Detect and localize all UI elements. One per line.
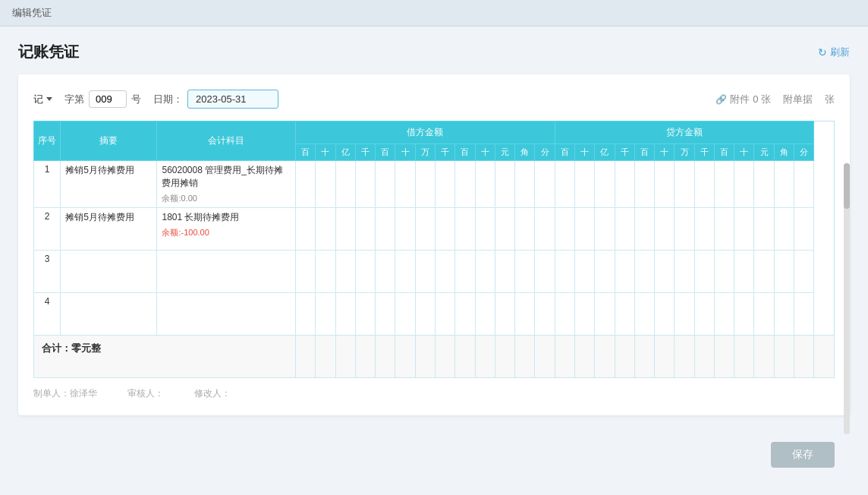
row2-account[interactable]: 1801 长期待摊费用 余额:-100.00	[157, 208, 296, 251]
row2-debit-7[interactable]	[415, 208, 435, 251]
credit-wan: 万	[675, 144, 694, 161]
row1-debit-13[interactable]	[535, 161, 555, 208]
row1-debit-3[interactable]	[335, 161, 355, 208]
row1-credit-10[interactable]	[734, 161, 754, 208]
row1-credit-5[interactable]	[634, 161, 654, 208]
voucher-type-button[interactable]: 记	[33, 93, 52, 106]
row2-credit-13[interactable]	[794, 208, 814, 251]
row2-balance: 余额:-100.00	[162, 227, 291, 238]
row4-account[interactable]	[157, 293, 296, 336]
header-account: 会计科目	[157, 121, 296, 161]
window-title: 编辑凭证	[12, 7, 52, 18]
debit-bai-wan: 百	[376, 144, 395, 161]
row2-debit-10[interactable]	[475, 208, 495, 251]
row2-credit-9[interactable]	[714, 208, 734, 251]
row1-account-code: 56020008 管理费用_长期待摊费用摊销	[162, 164, 291, 190]
row1-credit-7[interactable]	[675, 161, 694, 208]
row1-credit-13[interactable]	[794, 161, 814, 208]
date-label: 日期：	[153, 93, 183, 106]
row4-seq: 4	[34, 293, 61, 336]
zhang-label: 张	[825, 93, 835, 106]
header-credit: 贷方金额	[555, 121, 814, 144]
row2-debit-9[interactable]	[455, 208, 475, 251]
table-row: 2 摊销5月待摊费用 1801 长期待摊费用 余额:-100.00	[34, 208, 835, 251]
debit-bai-yi: 百	[296, 144, 316, 161]
row2-debit-12[interactable]	[515, 208, 535, 251]
row1-credit-9[interactable]	[714, 161, 734, 208]
row1-credit-2[interactable]	[574, 161, 594, 208]
credit-qian: 千	[694, 144, 714, 161]
row3-account[interactable]	[157, 251, 296, 293]
credit-shi-wan: 十	[655, 144, 675, 161]
row1-credit-11[interactable]	[754, 161, 774, 208]
attachment-link[interactable]: 🔗 附件 0 张	[715, 93, 771, 106]
save-button[interactable]: 保存	[771, 442, 835, 468]
row1-debit-7[interactable]	[415, 161, 435, 208]
debit-qian: 千	[435, 144, 454, 161]
row1-debit-2[interactable]	[316, 161, 335, 208]
row1-debit-9[interactable]	[455, 161, 475, 208]
scrollbar-thumb[interactable]	[844, 163, 850, 209]
row2-debit-3[interactable]	[335, 208, 355, 251]
row1-account[interactable]: 56020008 管理费用_长期待摊费用摊销 余额:0.00	[157, 161, 296, 208]
row1-debit-11[interactable]	[495, 161, 514, 208]
row2-debit-1[interactable]	[296, 208, 316, 251]
row1-debit-1[interactable]	[296, 161, 316, 208]
window: 编辑凭证 记账凭证 ↻ 刷新 记 字第 号	[0, 0, 868, 495]
row1-balance: 余额:0.00	[162, 193, 291, 204]
row2-credit-10[interactable]	[734, 208, 754, 251]
row2-debit-8[interactable]	[435, 208, 454, 251]
row1-debit-10[interactable]	[475, 161, 495, 208]
credit-jiao: 角	[774, 144, 794, 161]
credit-shi: 十	[734, 144, 754, 161]
row2-debit-4[interactable]	[355, 208, 375, 251]
row3-summary[interactable]	[61, 251, 157, 293]
row2-credit-6[interactable]	[655, 208, 675, 251]
debit-yuan: 元	[495, 144, 514, 161]
row1-debit-4[interactable]	[355, 161, 375, 208]
refresh-button[interactable]: ↻ 刷新	[818, 46, 850, 59]
row2-credit-7[interactable]	[675, 208, 694, 251]
voucher-type-group: 记	[33, 93, 52, 106]
row2-debit-6[interactable]	[395, 208, 415, 251]
date-input[interactable]	[187, 90, 278, 109]
row2-summary[interactable]: 摊销5月待摊费用	[61, 208, 157, 251]
debit-shi-yi: 十	[316, 144, 335, 161]
row2-debit-13[interactable]	[535, 208, 555, 251]
row2-debit-11[interactable]	[495, 208, 514, 251]
row1-credit-4[interactable]	[615, 161, 634, 208]
zi-input[interactable]	[89, 90, 127, 108]
row1-credit-8[interactable]	[694, 161, 714, 208]
voucher-card: 记 字第 号 日期： 🔗 附件 0 张	[18, 74, 850, 415]
total-label: 合计：零元整	[34, 336, 296, 378]
row1-debit-5[interactable]	[376, 161, 395, 208]
row1-debit-6[interactable]	[395, 161, 415, 208]
row2-credit-4[interactable]	[615, 208, 634, 251]
reviewer-label: 审核人：	[127, 388, 164, 399]
row1-debit-12[interactable]	[515, 161, 535, 208]
row1-credit-6[interactable]	[655, 161, 675, 208]
row2-debit-2[interactable]	[316, 208, 335, 251]
fudanju-label: 附单据	[783, 93, 813, 106]
row2-credit-2[interactable]	[574, 208, 594, 251]
row1-credit-3[interactable]	[595, 161, 615, 208]
credit-yuan: 元	[754, 144, 774, 161]
header-seq: 序号	[34, 121, 61, 161]
modifier-label: 修改人：	[194, 388, 231, 399]
row1-summary[interactable]: 摊销5月待摊费用	[61, 161, 157, 208]
row2-credit-11[interactable]	[754, 208, 774, 251]
row2-debit-5[interactable]	[376, 208, 395, 251]
debit-yi: 亿	[335, 144, 355, 161]
row2-credit-12[interactable]	[774, 208, 794, 251]
row2-credit-1[interactable]	[555, 208, 574, 251]
row2-credit-8[interactable]	[694, 208, 714, 251]
row4-summary[interactable]	[61, 293, 157, 336]
zi-label: 字第	[64, 93, 84, 106]
row1-debit-8[interactable]	[435, 161, 454, 208]
row1-credit-12[interactable]	[774, 161, 794, 208]
reviewer-info: 审核人：	[127, 387, 164, 400]
row1-credit-1[interactable]	[555, 161, 574, 208]
debit-fen: 分	[535, 144, 555, 161]
row2-credit-3[interactable]	[595, 208, 615, 251]
row2-credit-5[interactable]	[634, 208, 654, 251]
